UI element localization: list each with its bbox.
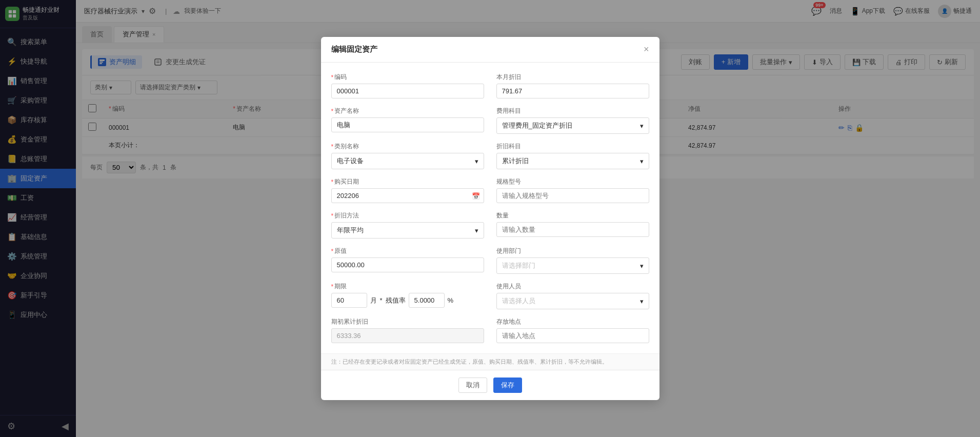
form-field-category: * 类别名称 电子设备 ▾ bbox=[331, 142, 484, 169]
form-field-period: * 期限 月 * 残值率 % bbox=[331, 282, 484, 309]
form-field-person: 使用人员 请选择人员 ▾ bbox=[496, 282, 649, 309]
dep-method-select[interactable]: 年限平均 ▾ bbox=[331, 222, 484, 239]
category-dropdown-icon: ▾ bbox=[475, 157, 478, 165]
modal-form: * 编码 本月折旧 * 资产名称 bbox=[331, 73, 649, 343]
form-field-monthly-dep: 本月折旧 bbox=[496, 73, 649, 98]
initial-dep-label: 期初累计折旧 bbox=[331, 317, 484, 326]
location-label: 存放地点 bbox=[496, 317, 649, 326]
dep-account-label: 折旧科目 bbox=[496, 142, 649, 151]
form-field-expense-account: 费用科目 管理费用_固定资产折旧 ▾ bbox=[496, 107, 649, 134]
residual-rate-input[interactable] bbox=[409, 293, 445, 308]
original-value-label: * 原值 bbox=[331, 247, 484, 255]
form-field-dep-account: 折旧科目 累计折旧 ▾ bbox=[496, 142, 649, 169]
person-label: 使用人员 bbox=[496, 282, 649, 291]
form-field-quantity: 数量 bbox=[496, 211, 649, 239]
code-label: * 编码 bbox=[331, 73, 484, 82]
dropdown-icon: ▾ bbox=[640, 122, 644, 130]
form-field-asset-name: * 资产名称 bbox=[331, 107, 484, 134]
form-field-original-value: * 原值 bbox=[331, 247, 484, 274]
department-select[interactable]: 请选择部门 ▾ bbox=[496, 257, 649, 274]
dep-method-dropdown-icon: ▾ bbox=[475, 227, 478, 234]
form-field-department: 使用部门 请选择部门 ▾ bbox=[496, 247, 649, 274]
dep-account-select[interactable]: 累计折旧 ▾ bbox=[496, 153, 649, 169]
form-field-purchase-date: * 购买日期 📅 bbox=[331, 177, 484, 203]
cancel-button[interactable]: 取消 bbox=[458, 378, 487, 393]
purchase-date-label: * 购买日期 bbox=[331, 177, 484, 186]
original-value-input[interactable] bbox=[331, 257, 484, 272]
edit-asset-modal: 编辑固定资产 × * 编码 本月折旧 bbox=[321, 37, 659, 400]
period-input[interactable] bbox=[331, 293, 367, 308]
purchase-date-wrapper: 📅 bbox=[331, 188, 484, 203]
code-input[interactable] bbox=[331, 84, 484, 98]
modal-header: 编辑固定资产 × bbox=[321, 37, 659, 63]
dep-method-label: * 折旧方法 bbox=[331, 211, 484, 220]
person-select[interactable]: 请选择人员 ▾ bbox=[496, 293, 649, 309]
save-button[interactable]: 保存 bbox=[493, 378, 522, 393]
modal-close-button[interactable]: × bbox=[644, 44, 649, 55]
purchase-date-input[interactable] bbox=[331, 188, 484, 203]
modal-body: * 编码 本月折旧 * 资产名称 bbox=[321, 63, 659, 353]
department-dropdown-icon: ▾ bbox=[640, 262, 644, 270]
spec-label: 规格型号 bbox=[496, 177, 649, 186]
department-label: 使用部门 bbox=[496, 247, 649, 255]
form-field-initial-dep: 期初累计折旧 bbox=[331, 317, 484, 343]
quantity-input[interactable] bbox=[496, 222, 649, 237]
monthly-dep-input[interactable] bbox=[496, 84, 649, 98]
form-field-code: * 编码 bbox=[331, 73, 484, 98]
asset-name-label: * 资产名称 bbox=[331, 107, 484, 115]
initial-dep-input[interactable] bbox=[331, 328, 484, 343]
modal-overlay[interactable]: 编辑固定资产 × * 编码 本月折旧 bbox=[0, 0, 980, 437]
asset-name-input[interactable] bbox=[331, 117, 484, 132]
form-field-dep-method: * 折旧方法 年限平均 ▾ bbox=[331, 211, 484, 239]
modal-title: 编辑固定资产 bbox=[331, 45, 377, 54]
category-label: * 类别名称 bbox=[331, 142, 484, 151]
category-select[interactable]: 电子设备 ▾ bbox=[331, 153, 484, 169]
location-input[interactable] bbox=[496, 328, 649, 343]
calendar-icon[interactable]: 📅 bbox=[472, 192, 480, 200]
monthly-dep-label: 本月折旧 bbox=[496, 73, 649, 82]
form-field-location: 存放地点 bbox=[496, 317, 649, 343]
quantity-label: 数量 bbox=[496, 211, 649, 220]
period-residual-wrapper: 月 * 残值率 % bbox=[331, 293, 484, 308]
modal-note: 注：已经存在变更记录或者对应固定资产已经生成凭证，原值、购买日期、残值率、累计折… bbox=[321, 353, 659, 370]
spec-input[interactable] bbox=[496, 188, 649, 203]
period-label: * 期限 bbox=[331, 282, 484, 291]
person-dropdown-icon: ▾ bbox=[640, 297, 644, 305]
modal-footer: 取消 保存 bbox=[321, 370, 659, 400]
dep-account-dropdown-icon: ▾ bbox=[640, 157, 644, 165]
form-field-spec: 规格型号 bbox=[496, 177, 649, 203]
expense-account-select[interactable]: 管理费用_固定资产折旧 ▾ bbox=[496, 117, 649, 134]
expense-account-label: 费用科目 bbox=[496, 107, 649, 115]
